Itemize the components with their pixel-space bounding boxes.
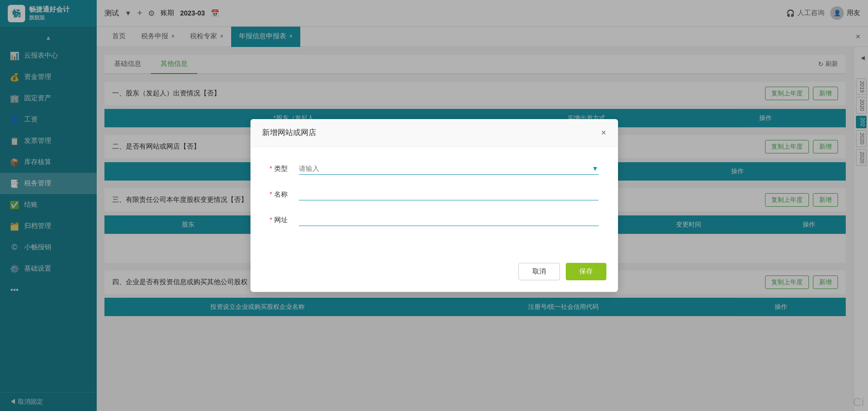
name-input[interactable]	[299, 190, 599, 198]
url-input-wrap	[299, 214, 599, 226]
url-input[interactable]	[299, 216, 599, 224]
type-required-mark: *	[270, 165, 272, 172]
type-input[interactable]	[299, 165, 588, 172]
modal-overlay: 新增网站或网店 × * 类型 ▼ * 名称	[0, 0, 868, 411]
type-field-row: * 类型 ▼	[270, 163, 599, 175]
url-required-mark: *	[270, 216, 272, 224]
type-label: * 类型	[270, 165, 299, 173]
modal-header: 新增网站或网店 ×	[250, 119, 618, 147]
name-field-row: * 名称	[270, 188, 599, 200]
modal-body: * 类型 ▼ * 名称	[250, 147, 618, 255]
url-field-row: * 网址	[270, 214, 599, 226]
name-required-mark: *	[270, 190, 272, 198]
name-input-wrap	[299, 188, 599, 200]
cancel-button[interactable]: 取消	[518, 263, 560, 280]
name-label: * 名称	[270, 190, 299, 199]
add-website-modal: 新增网站或网店 × * 类型 ▼ * 名称	[250, 119, 618, 292]
modal-title: 新增网站或网店	[262, 128, 316, 138]
modal-close-btn[interactable]: ×	[601, 128, 606, 138]
type-dropdown-arrow-icon[interactable]: ▼	[592, 165, 599, 172]
url-label: * 网址	[270, 216, 299, 225]
type-input-wrap: ▼	[299, 163, 599, 175]
save-button[interactable]: 保存	[566, 263, 606, 280]
modal-footer: 取消 保存	[250, 255, 618, 292]
